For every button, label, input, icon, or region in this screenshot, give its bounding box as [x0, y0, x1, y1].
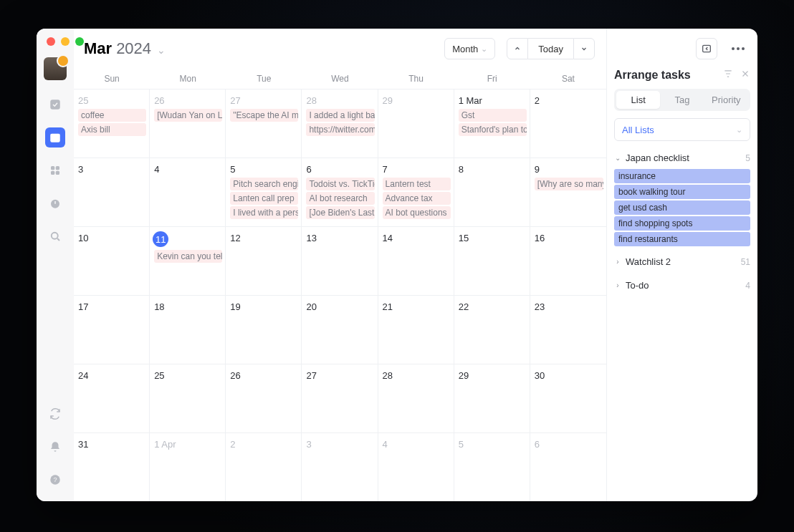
apps-icon[interactable]	[45, 160, 65, 180]
panel-tab[interactable]: Priority	[704, 91, 748, 109]
panel-tab[interactable]: Tag	[660, 91, 704, 109]
calendar-cell[interactable]: 22	[454, 295, 530, 364]
calendar-cell[interactable]: 29	[378, 89, 454, 158]
calendar-cell[interactable]: 29	[454, 364, 530, 432]
next-period-button[interactable]	[573, 38, 595, 59]
calendar-cell[interactable]: 27	[302, 364, 378, 432]
task-group-header[interactable]: ⌄Japan checklist5	[614, 150, 750, 166]
task-group-header[interactable]: ›To-do4	[614, 277, 750, 294]
task-item[interactable]: book walking tour	[614, 185, 750, 199]
calendar-event[interactable]: Pitch search engine	[230, 178, 298, 190]
minimize-window-button[interactable]	[61, 37, 70, 46]
task-item[interactable]: get usd cash	[614, 200, 750, 215]
calendar-cell[interactable]: 25coffeeAxis bill	[74, 89, 150, 158]
calendar-cell[interactable]: 5Pitch search engineLanten call prepI li…	[226, 158, 302, 226]
search-icon[interactable]	[45, 226, 65, 246]
calendar-cell[interactable]: 19	[226, 295, 302, 364]
calendar-cell[interactable]: 4	[150, 158, 226, 226]
calendar-cell[interactable]: 31	[74, 432, 150, 501]
calendar-cell[interactable]: 28I added a light barhttps://twitter.com	[302, 89, 378, 158]
calendar-event[interactable]: Kevin can you tell	[154, 250, 222, 263]
prev-period-button[interactable]	[507, 38, 528, 59]
calendar-event[interactable]: [Why are so many	[535, 178, 603, 190]
calendar-cell[interactable]: 11Kevin can you tell	[150, 226, 226, 295]
day-number: 11	[153, 231, 168, 247]
calendar-cell[interactable]: 20	[302, 295, 378, 364]
help-icon[interactable]: ?	[45, 470, 65, 490]
day-number: 12	[230, 233, 240, 243]
today-button[interactable]: Today	[528, 38, 573, 59]
calendar-cell[interactable]: 7Lantern testAdvance taxAI bot questions	[378, 158, 454, 226]
close-icon[interactable]	[740, 69, 750, 82]
calendar-cell[interactable]: 23	[530, 295, 606, 364]
calendar-cell[interactable]: 26	[226, 364, 302, 432]
collapse-panel-button[interactable]	[696, 38, 717, 59]
calendar-cell[interactable]: 21	[378, 295, 454, 364]
calendar-event[interactable]: [Wudan Yan on LinkedIn	[154, 109, 222, 122]
view-picker[interactable]: Month ⌄	[444, 38, 495, 59]
calendar-cell[interactable]: 2	[226, 432, 302, 501]
maximize-window-button[interactable]	[75, 37, 84, 46]
lists-select[interactable]: All Lists ⌄	[614, 118, 750, 141]
calendar-event[interactable]: AI bot questions	[383, 206, 451, 219]
calendar-event[interactable]: https://twitter.com	[306, 123, 374, 136]
calendar-event[interactable]: Todoist vs. TickTick	[306, 178, 374, 190]
calendar-cell[interactable]: 1 MarGstStanford's plan to	[454, 89, 530, 158]
calendar-cell[interactable]: 26[Wudan Yan on LinkedIn	[150, 89, 226, 158]
filter-icon[interactable]	[723, 69, 733, 82]
calendar-cell[interactable]: 1 Apr	[150, 432, 226, 501]
calendar-cell[interactable]: 9[Why are so many	[530, 158, 606, 226]
calendar-grid: 25coffeeAxis bill26[Wudan Yan on LinkedI…	[74, 89, 606, 501]
timer-icon[interactable]	[45, 193, 65, 213]
calendar-cell[interactable]: 16	[530, 226, 606, 295]
calendar-cell[interactable]: 13	[302, 226, 378, 295]
calendar-cell[interactable]: 24	[74, 364, 150, 432]
more-menu-button[interactable]	[727, 38, 749, 59]
calendar-cell[interactable]: 6Todoist vs. TickTickAI bot research[Joe…	[302, 158, 378, 226]
calendar-cell[interactable]: 27"Escape the AI ma	[226, 89, 302, 158]
calendar-cell[interactable]: 25	[150, 364, 226, 432]
calendar-cell[interactable]: 15	[454, 226, 530, 295]
day-number: 29	[459, 370, 469, 381]
close-window-button[interactable]	[47, 37, 55, 46]
month-year-picker[interactable]: Mar 2024 ⌄	[84, 39, 166, 58]
sync-icon[interactable]	[45, 404, 65, 424]
calendar-event[interactable]: Lanten call prep	[230, 192, 298, 205]
calendar-cell[interactable]: 10	[74, 226, 150, 295]
calendar-cell[interactable]: 30	[530, 364, 606, 432]
calendar-cell[interactable]: 6	[530, 432, 606, 501]
calendar-cell[interactable]: 18	[150, 295, 226, 364]
calendar-cell[interactable]: 3	[74, 158, 150, 226]
calendar-event[interactable]: AI bot research	[306, 192, 374, 205]
calendar-icon[interactable]	[45, 127, 65, 147]
calendar-event[interactable]: Stanford's plan to	[459, 123, 527, 136]
calendar-cell[interactable]: 14	[378, 226, 454, 295]
task-item[interactable]: find shopping spots	[614, 216, 750, 231]
calendar-cell[interactable]: 2	[530, 89, 606, 158]
calendar-event[interactable]: coffee	[78, 109, 146, 122]
task-item[interactable]: find restaurants	[614, 232, 750, 246]
calendar-event[interactable]: I lived with a perso	[230, 206, 298, 219]
calendar-cell[interactable]: 3	[302, 432, 378, 501]
calendar-event[interactable]: I added a light bar	[306, 109, 374, 122]
calendar-cell[interactable]: 12	[226, 226, 302, 295]
task-group-header[interactable]: ›Watchlist 251	[614, 253, 750, 270]
calendar-cell[interactable]: 4	[378, 432, 454, 501]
calendar-cell[interactable]: 17	[74, 295, 150, 364]
tasks-icon[interactable]	[45, 95, 65, 115]
calendar-event[interactable]: "Escape the AI ma	[230, 109, 298, 122]
day-number: 15	[459, 233, 469, 243]
calendar-event[interactable]: Axis bill	[78, 123, 146, 136]
calendar-cell[interactable]: 8	[454, 158, 530, 226]
notifications-icon[interactable]	[45, 437, 65, 457]
calendar-event[interactable]: Lantern test	[383, 178, 451, 190]
day-number: 2	[230, 439, 235, 450]
calendar-cell[interactable]: 28	[378, 364, 454, 432]
avatar[interactable]	[44, 57, 67, 80]
panel-tab[interactable]: List	[616, 91, 660, 109]
calendar-event[interactable]: Advance tax	[383, 192, 451, 205]
calendar-event[interactable]: [Joe Biden's Last	[306, 206, 374, 219]
calendar-event[interactable]: Gst	[459, 109, 527, 122]
calendar-cell[interactable]: 5	[454, 432, 530, 501]
task-item[interactable]: insurance	[614, 169, 750, 183]
